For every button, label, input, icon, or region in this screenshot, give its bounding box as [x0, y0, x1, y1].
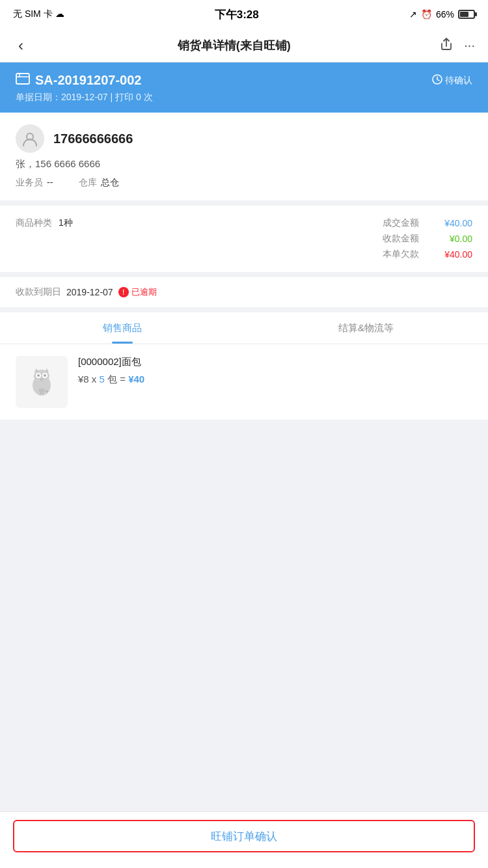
nav-bar: ‹ 销货单详情(来自旺铺) ···	[0, 29, 488, 62]
warehouse-value: 总仓	[101, 177, 119, 189]
product-name: [0000002]面包	[78, 356, 472, 368]
overdue-text: 已逾期	[131, 286, 157, 298]
share-button[interactable]	[439, 36, 454, 54]
product-item: 管+ [0000002]面包 ¥8 x 5 包 = ¥40	[0, 344, 488, 420]
empty-space	[0, 420, 488, 563]
order-id: SA-20191207-002	[16, 73, 141, 88]
status-time: 下午3:28	[215, 7, 259, 22]
overdue-badge: ! 已逾期	[118, 286, 157, 298]
alarm-icon: ⏰	[421, 9, 432, 20]
page-title: 销货单详情(来自旺铺)	[178, 38, 291, 53]
product-types-value: 1种	[59, 217, 73, 228]
received-amount-label: 收款金额	[383, 233, 419, 245]
status-bar: 无 SIM 卡 ☁ 下午3:28 ↗ ⏰ 66%	[0, 0, 488, 29]
warehouse-label: 仓库	[79, 177, 97, 189]
no-sim-text: 无 SIM 卡 ☁	[13, 8, 64, 20]
tabs-row: 销售商品 结算&物流等	[0, 312, 488, 344]
battery-text: 66%	[436, 9, 454, 20]
due-date-value: 2019-12-07	[66, 287, 113, 297]
svg-rect-0	[16, 74, 29, 84]
owed-amount-label: 本单欠款	[383, 249, 419, 260]
due-date-section: 收款到期日 2019-12-07 ! 已逾期	[0, 277, 488, 312]
tab-settlement-label: 结算&物流等	[338, 322, 394, 334]
back-button[interactable]: ‹	[13, 31, 29, 60]
customer-name: 张，156 6666 6666	[16, 158, 472, 170]
tab-settlement[interactable]: 结算&物流等	[244, 312, 488, 344]
status-left: 无 SIM 卡 ☁	[13, 8, 64, 20]
product-unit: 包	[107, 373, 117, 385]
summary-section: 商品种类 1种 成交金额 ¥40.00 收款金额 ¥0.00 本单欠款 ¥40.…	[0, 206, 488, 277]
order-icon	[16, 73, 30, 88]
location-icon: ↗	[409, 9, 417, 20]
bottom-bar: 旺铺订单确认	[0, 811, 488, 868]
tab-sales-goods-label: 销售商品	[103, 322, 142, 334]
customer-section: 17666666666 张，156 6666 6666 业务员 -- 仓库 总仓	[0, 113, 488, 206]
battery-icon	[458, 10, 475, 19]
product-section: 管+ [0000002]面包 ¥8 x 5 包 = ¥40	[0, 344, 488, 420]
clock-icon	[432, 74, 442, 87]
price-equals: =	[120, 373, 128, 385]
product-info: [0000002]面包 ¥8 x 5 包 = ¥40	[78, 356, 472, 386]
product-owl-logo: 管+	[25, 366, 58, 398]
transaction-amount-row: 成交金额 ¥40.00	[383, 217, 472, 229]
product-thumbnail: 管+	[16, 356, 68, 408]
overdue-icon: !	[118, 287, 129, 297]
price-multiply: x	[92, 373, 100, 385]
status-right: ↗ ⏰ 66%	[409, 9, 475, 20]
customer-phone: 17666666666	[53, 131, 133, 146]
salesman-label: 业务员	[16, 177, 43, 189]
received-amount-row: 收款金额 ¥0.00	[383, 233, 472, 245]
salesman-meta: 业务员 --	[16, 177, 53, 189]
customer-avatar	[16, 124, 44, 153]
confirm-button[interactable]: 旺铺订单确认	[13, 820, 475, 852]
owed-amount-row: 本单欠款 ¥40.00	[383, 249, 472, 260]
product-types-label: 商品种类	[16, 217, 52, 228]
summary-right: 成交金额 ¥40.00 收款金额 ¥0.00 本单欠款 ¥40.00	[383, 217, 472, 260]
order-status-text: 待确认	[445, 75, 472, 87]
order-header: SA-20191207-002 待确认 单据日期：2019-12-07 | 打印…	[0, 62, 488, 113]
received-amount-value: ¥0.00	[427, 234, 472, 244]
tabs-section: 销售商品 结算&物流等	[0, 312, 488, 344]
order-status: 待确认	[432, 74, 472, 87]
price-value: ¥8	[78, 373, 89, 385]
due-date-label: 收款到期日	[16, 286, 61, 298]
svg-point-7	[37, 374, 40, 377]
product-qty: 5	[100, 373, 105, 385]
order-id-text: SA-20191207-002	[35, 73, 141, 88]
tab-sales-goods[interactable]: 销售商品	[0, 312, 244, 344]
warehouse-meta: 仓库 总仓	[79, 177, 119, 189]
owed-amount-value: ¥40.00	[427, 249, 472, 260]
svg-point-8	[44, 374, 46, 377]
product-total: ¥40	[128, 373, 144, 385]
customer-meta: 业务员 -- 仓库 总仓	[16, 177, 472, 189]
salesman-value: --	[47, 177, 53, 189]
transaction-amount-value: ¥40.00	[427, 218, 472, 228]
transaction-amount-label: 成交金额	[383, 217, 419, 229]
product-price: ¥8 x 5 包 = ¥40	[78, 373, 472, 386]
more-button[interactable]: ···	[464, 38, 475, 53]
order-date: 单据日期：2019-12-07 | 打印 0 次	[16, 92, 472, 103]
summary-left: 商品种类 1种	[16, 217, 73, 229]
nav-actions: ···	[439, 36, 475, 54]
svg-text:管+: 管+	[38, 388, 49, 395]
